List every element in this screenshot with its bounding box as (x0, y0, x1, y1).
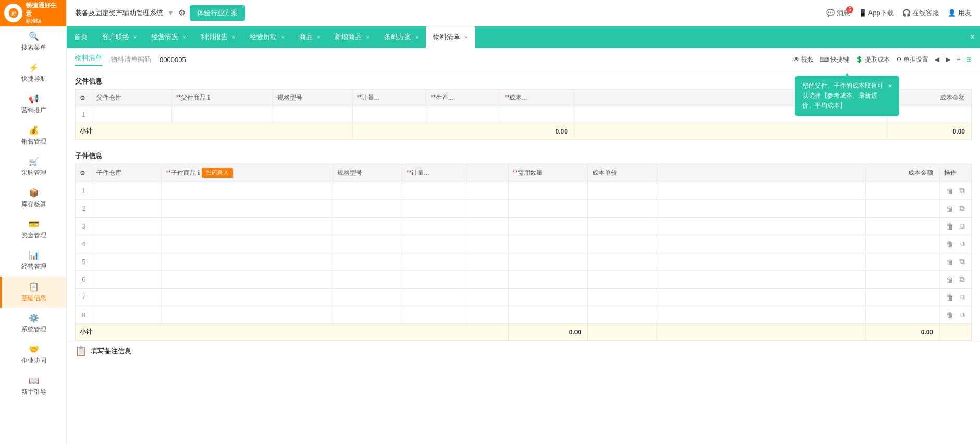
tooltip-close-button[interactable]: × (888, 81, 892, 92)
copy-row-5[interactable]: ⧉ (958, 256, 967, 267)
tab-barcode[interactable]: 条码方案 × (377, 26, 426, 48)
delete-row-6[interactable]: 🗑 (944, 274, 956, 285)
tab-business[interactable]: 经营情况 × (144, 26, 193, 48)
sidebar-item-finance[interactable]: 💳 资金管理 (0, 214, 66, 245)
child-cell-amount-6[interactable] (866, 271, 940, 289)
tab-history[interactable]: 经营历程 × (242, 26, 291, 48)
delete-row-5[interactable]: 🗑 (944, 257, 956, 267)
message-badge[interactable]: 💬 消息 6 (826, 8, 850, 18)
close-business-tab[interactable]: × (182, 34, 186, 40)
child-cell-cost-price-8[interactable] (588, 306, 657, 324)
child-cell-cost-price-1[interactable] (588, 182, 657, 200)
close-bom-tab[interactable]: × (464, 34, 468, 40)
child-cell-qty-7[interactable] (402, 289, 467, 306)
close-history-tab[interactable]: × (281, 34, 284, 40)
child-cell-warehouse-7[interactable] (92, 289, 162, 306)
child-cell-qty-1[interactable] (402, 182, 467, 200)
copy-row-8[interactable]: ⧉ (958, 309, 967, 320)
child-cell-warehouse-8[interactable] (92, 306, 162, 324)
child-cell-spec-1[interactable] (333, 182, 402, 200)
delete-row-7[interactable]: 🗑 (944, 292, 956, 303)
sidebar-item-sales[interactable]: 💰 销售管理 (0, 120, 66, 151)
tab-profit[interactable]: 利润报告 × (193, 26, 242, 48)
child-cell-cost-price-7[interactable] (588, 289, 657, 306)
delete-row-2[interactable]: 🗑 (944, 203, 956, 214)
child-cell-spec-5[interactable] (333, 253, 402, 271)
child-cell-qty-6[interactable] (402, 271, 467, 289)
parent-cell-production-1[interactable] (426, 106, 500, 123)
parent-cell-warehouse-1[interactable] (92, 106, 172, 123)
child-cell-warehouse-2[interactable] (92, 200, 162, 218)
delete-row-4[interactable]: 🗑 (944, 239, 956, 249)
child-cell-spec-4[interactable] (333, 235, 402, 253)
child-cell-amount-7[interactable] (866, 289, 940, 306)
scan-button[interactable]: 扫码录入 (202, 168, 233, 178)
child-cell-qty-2[interactable] (402, 200, 467, 218)
child-cell-amount-8[interactable] (866, 306, 940, 324)
parent-cell-goods-1[interactable] (172, 106, 273, 123)
child-cell-amount-4[interactable] (866, 235, 940, 253)
child-cell-qty-4[interactable] (402, 235, 467, 253)
parent-cell-amount-1[interactable] (887, 106, 971, 123)
child-cell-warehouse-3[interactable] (92, 218, 162, 235)
delete-row-3[interactable]: 🗑 (944, 221, 956, 232)
child-cell-goods-1[interactable] (162, 182, 333, 200)
child-cell-spec-2[interactable] (333, 200, 402, 218)
grid-view-icon[interactable]: ⊞ (966, 56, 972, 63)
list-view-icon[interactable]: ≡ (957, 56, 960, 63)
child-cell-need-qty-8[interactable] (508, 306, 587, 324)
child-cell-amount-2[interactable] (866, 200, 940, 218)
copy-row-3[interactable]: ⧉ (958, 221, 967, 232)
child-cell-goods-3[interactable] (162, 218, 333, 235)
close-goods-tab[interactable]: × (317, 34, 320, 40)
sidebar-item-search[interactable]: 🔍 搜索菜单 (0, 26, 66, 57)
topbar-gear-icon[interactable]: ⚙ (178, 8, 186, 18)
copy-row-7[interactable]: ⧉ (958, 292, 967, 303)
nav-next[interactable]: ▶ (946, 56, 950, 63)
child-cell-warehouse-1[interactable] (92, 182, 162, 200)
child-cell-cost-price-5[interactable] (588, 253, 657, 271)
parent-cell-qty-1[interactable] (352, 106, 426, 123)
child-cell-cost-price-2[interactable] (588, 200, 657, 218)
child-cell-goods-4[interactable] (162, 235, 333, 253)
child-cell-need-qty-4[interactable] (508, 235, 587, 253)
child-cell-spec-7[interactable] (333, 289, 402, 306)
child-cell-spec-6[interactable] (333, 271, 402, 289)
parent-cell-spec-1[interactable] (273, 106, 352, 123)
child-cell-amount-5[interactable] (866, 253, 940, 271)
child-cell-spec-8[interactable] (333, 306, 402, 324)
sidebar-item-guide[interactable]: 📖 新手引导 (0, 370, 66, 402)
child-cell-need-qty-6[interactable] (508, 271, 587, 289)
child-cell-warehouse-5[interactable] (92, 253, 162, 271)
trial-button[interactable]: 体验行业方案 (190, 5, 245, 21)
nav-prev[interactable]: ◀ (935, 56, 939, 63)
parent-cell-cost-1[interactable] (500, 106, 574, 123)
child-cell-goods-5[interactable] (162, 253, 333, 271)
action-cost[interactable]: 💲 提取成本 (855, 55, 890, 64)
child-cell-amount-3[interactable] (866, 218, 940, 235)
sidebar-item-collab[interactable]: 🤝 企业协同 (0, 339, 66, 370)
child-cell-cost-price-3[interactable] (588, 218, 657, 235)
close-customer-tab[interactable]: × (133, 34, 137, 40)
child-cell-qty-8[interactable] (402, 306, 467, 324)
close-profit-tab[interactable]: × (232, 34, 235, 40)
tab-goods[interactable]: 商品 × (292, 26, 327, 48)
child-cell-need-qty-1[interactable] (508, 182, 587, 200)
child-th-gear[interactable]: ⚙ (76, 164, 92, 182)
user-avatar[interactable]: 👤 用友 (948, 8, 972, 18)
tab-new-goods[interactable]: 新增商品 × (327, 26, 376, 48)
child-cell-warehouse-4[interactable] (92, 235, 162, 253)
child-cell-warehouse-6[interactable] (92, 271, 162, 289)
sidebar-item-marketing[interactable]: 📢 营销推广 (0, 89, 66, 120)
child-cell-need-qty-3[interactable] (508, 218, 587, 235)
sidebar-item-ops[interactable]: 📊 经营管理 (0, 245, 66, 277)
child-cell-goods-8[interactable] (162, 306, 333, 324)
copy-row-2[interactable]: ⧉ (958, 203, 967, 214)
child-cell-qty-5[interactable] (402, 253, 467, 271)
action-shortcut[interactable]: ⌨ 快捷键 (820, 55, 849, 64)
child-cell-goods-7[interactable] (162, 289, 333, 306)
app-download[interactable]: 📱 App下载 (859, 8, 894, 18)
child-cell-need-qty-5[interactable] (508, 253, 587, 271)
tab-bom[interactable]: 物料清单 × (426, 26, 475, 48)
child-cell-qty-3[interactable] (402, 218, 467, 235)
